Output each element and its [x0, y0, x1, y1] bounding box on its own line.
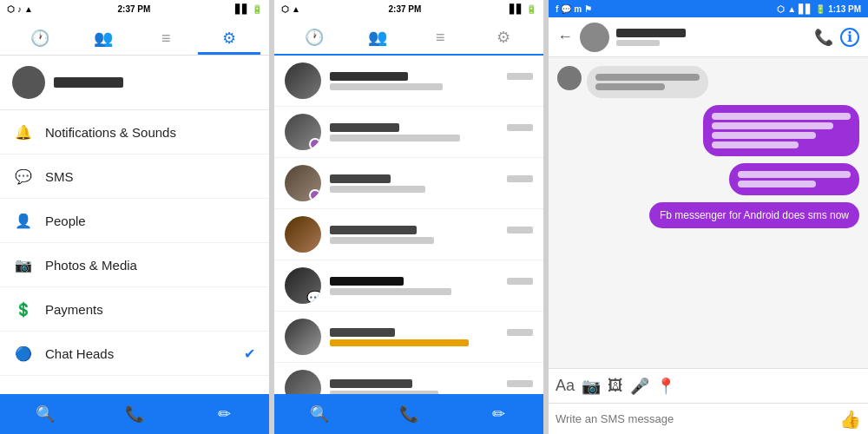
avatar	[285, 114, 321, 150]
chat-info	[330, 277, 533, 295]
chatheads-label: Chat Heads	[45, 346, 232, 361]
menu-item-notifications[interactable]: 🔔 Notifications & Sounds	[0, 110, 269, 155]
mic-icon[interactable]: 🎤	[630, 377, 649, 396]
tab-recent-p2[interactable]: 🕐	[283, 28, 346, 54]
messenger-badge: 💬	[309, 292, 321, 304]
back-button[interactable]: ←	[557, 28, 573, 46]
clock-p3: 1:13 PM	[828, 4, 861, 14]
phone-button-p2[interactable]: 📞	[364, 404, 453, 424]
chat-partner-avatar	[580, 23, 609, 52]
messages-area: Fb messenger for Android does sms now	[549, 57, 868, 368]
list-item[interactable]	[274, 363, 543, 394]
messenger-chat-panel: f 💬 m ⚑ ⬡ ▲ ▋▋ 🔋 1:13 PM ← 📞 ℹ	[549, 0, 868, 434]
chat-list: 💬	[274, 56, 543, 394]
profile-row[interactable]	[0, 56, 269, 110]
battery-icon-p3: 🔋	[815, 4, 825, 14]
list-item[interactable]	[274, 209, 543, 260]
menu-item-sms[interactable]: 💬 SMS	[0, 155, 269, 199]
clock: 2:37 PM	[118, 4, 151, 14]
tab-people-p2[interactable]: 👥	[346, 28, 410, 54]
bell-icon: 🔔	[14, 122, 33, 141]
list-item[interactable]: 💬	[274, 260, 543, 312]
chat-info	[330, 72, 533, 90]
tab-settings[interactable]: ⚙	[198, 29, 261, 55]
bluetooth-icon-p3: ⬡	[777, 4, 785, 14]
message-sent-group: Fb messenger for Android does sms now	[649, 202, 859, 228]
compose-button[interactable]: ✏	[180, 404, 269, 424]
list-item[interactable]	[274, 158, 543, 209]
p1-nav-tabs: 🕐 👥 ≡ ⚙	[0, 17, 269, 56]
send-button[interactable]: 👍	[839, 409, 861, 430]
p1-bottom-bar: 🔍 📞 ✏	[0, 394, 269, 434]
tab-people[interactable]: 👥	[72, 29, 135, 55]
sender-avatar	[557, 66, 582, 90]
avatar	[285, 319, 321, 355]
battery-icon-p2: 🔋	[526, 4, 536, 14]
payments-label: Payments	[45, 302, 255, 317]
status-bar-p1: ⬡ ♪ ▲ 2:37 PM ▋▋ 🔋	[0, 0, 269, 17]
tab-settings-p2[interactable]: ⚙	[472, 28, 536, 54]
user-name	[54, 77, 123, 88]
chat-icon-p3: 💬	[561, 4, 571, 14]
sms-icon: 💬	[14, 167, 33, 186]
menu-item-people[interactable]: 👤 People	[0, 199, 269, 243]
notifications-label: Notifications & Sounds	[45, 125, 255, 140]
settings-panel: ⬡ ♪ ▲ 2:37 PM ▋▋ 🔋 🕐 👥 ≡ ⚙ 🔔 Notificatio…	[0, 0, 269, 434]
image-icon[interactable]: 🖼	[608, 377, 623, 395]
location-icon[interactable]: 📍	[656, 377, 675, 396]
tab-list[interactable]: ≡	[135, 30, 198, 55]
status-icons-right: ▋▋ 🔋	[235, 4, 262, 14]
menu-item-photos[interactable]: 📷 Photos & Media	[0, 243, 269, 287]
people-label: People	[45, 214, 255, 228]
avatar: 💬	[285, 267, 321, 304]
status-icons-right-p2: ▋▋ 🔋	[510, 4, 536, 14]
status-icons-right-p3: ⬡ ▲ ▋▋ 🔋 1:13 PM	[777, 4, 861, 14]
avatar	[285, 62, 321, 99]
search-button[interactable]: 🔍	[0, 404, 89, 424]
avatar	[285, 216, 321, 253]
signal-icon-p2: ▋▋	[510, 4, 523, 14]
p2-bottom-bar: 🔍 📞 ✏	[274, 394, 543, 434]
list-item[interactable]	[274, 56, 543, 107]
chat-info	[330, 379, 533, 395]
menu-item-payments[interactable]: 💲 Payments	[0, 287, 269, 332]
person-icon: 👤	[14, 211, 33, 230]
contact-name	[616, 29, 686, 37]
wifi-icon-p2: ▲	[292, 4, 300, 14]
tab-list-p2[interactable]: ≡	[409, 29, 472, 54]
avatar	[285, 370, 321, 394]
bluetooth-icon: ⬡	[7, 4, 15, 14]
message-badge	[309, 138, 321, 150]
battery-icon: 🔋	[252, 4, 262, 14]
list-item[interactable]	[274, 312, 543, 363]
clock-p2: 2:37 PM	[389, 4, 422, 14]
dollar-icon: 💲	[14, 299, 33, 319]
message-bubble-sent	[729, 163, 859, 195]
wifi-icon: ▲	[24, 4, 33, 14]
signal-icon-p3: ▋▋	[799, 4, 812, 14]
phone-button[interactable]: 📞	[89, 404, 179, 424]
search-button-p2[interactable]: 🔍	[274, 404, 364, 424]
chat-list-panel: ⬡ ▲ 2:37 PM ▋▋ 🔋 🕐 👥 ≡ ⚙	[274, 0, 543, 434]
flag-icon: ⚑	[584, 4, 592, 14]
chat-info	[330, 328, 533, 346]
compose-button-p2[interactable]: ✏	[454, 404, 543, 424]
message-input[interactable]	[556, 412, 834, 425]
info-button[interactable]: ℹ	[840, 28, 859, 47]
input-toolbar: Aa 📷 🖼 🎤 📍	[549, 368, 868, 403]
message-sent-group	[729, 163, 859, 195]
wifi-icon-p3: ▲	[787, 4, 796, 14]
camera-icon-toolbar[interactable]: 📷	[582, 377, 601, 396]
call-button[interactable]: 📞	[814, 28, 833, 47]
tab-recent[interactable]: 🕐	[9, 29, 72, 55]
menu-item-chatheads[interactable]: 🔵 Chat Heads ✔	[0, 332, 269, 376]
headset-icon: ♪	[17, 4, 22, 14]
message-bubble-text: Fb messenger for Android does sms now	[649, 202, 859, 228]
keyboard-icon[interactable]: Aa	[556, 377, 575, 395]
list-item[interactable]	[274, 107, 543, 158]
message-received	[557, 66, 814, 98]
chat-info	[330, 226, 533, 244]
avatar	[12, 66, 45, 99]
text-input-bar: 👍	[549, 403, 868, 434]
message-badge	[309, 189, 321, 201]
